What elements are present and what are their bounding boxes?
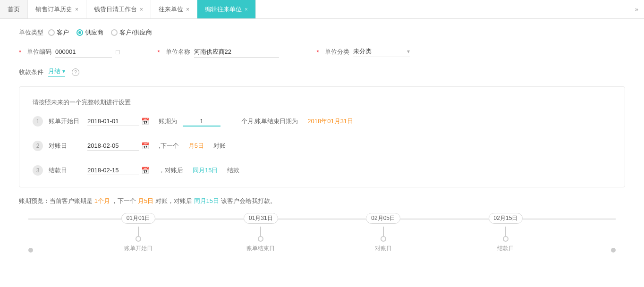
timeline-connector-3 xyxy=(383,227,384,236)
tab-bar: 首页 销售订单历史 × 钱货日清工作台 × 往来单位 × 编辑往来单位 × » xyxy=(0,0,644,19)
step-1-row: 1 账单开始日 📅 账期为 个月,账单结束日期为 2018年01月31日 xyxy=(33,116,611,127)
payment-terms-dropdown[interactable]: 月结 ▾ xyxy=(48,67,65,77)
timeline-connector-4 xyxy=(505,227,506,236)
panel-title: 请按照未来的一个完整帐期进行设置 xyxy=(33,98,611,107)
step-1-cal-icon[interactable]: 📅 xyxy=(141,118,149,125)
radio-both[interactable]: 客户/供应商 xyxy=(111,28,152,37)
timeline-row: 01月01日 账单开始日 01月31日 账单结束日 02月05日 对账日 xyxy=(28,213,616,253)
tab-sales-history-close[interactable]: × xyxy=(75,6,78,13)
unit-category-star: * xyxy=(317,49,319,56)
timeline-right-end xyxy=(611,248,616,253)
unit-category-group: * 单位分类 未分类 ▾ xyxy=(317,47,410,57)
tab-cash-desk-close[interactable]: × xyxy=(140,6,143,13)
step-3-desc-prefix: ，对账后 xyxy=(159,166,183,175)
radio-both-label: 客户/供应商 xyxy=(119,28,152,37)
unit-code-copy-icon[interactable]: □ xyxy=(116,48,119,56)
timeline-point-4: 02月15日 结款日 xyxy=(489,213,523,253)
timeline-dot-4 xyxy=(503,236,508,242)
unit-info-row: * 单位编码 □ * 单位名称 * 单位分类 未分类 ▾ xyxy=(19,46,625,58)
unit-category-value: 未分类 xyxy=(353,47,372,56)
tab-more-icon: » xyxy=(635,6,638,13)
step-1-date-wrap: 📅 xyxy=(87,117,149,126)
tab-edit-partner[interactable]: 编辑往来单位 × xyxy=(197,0,256,18)
tab-partner-unit[interactable]: 往来单位 × xyxy=(151,0,197,18)
unit-type-row: 单位类型 客户 供应商 客户/供应商 xyxy=(19,28,625,37)
step-2-row: 2 对账日 📅 ,下一个 月5日 对账 xyxy=(33,141,611,151)
timeline-label-3: 对账日 xyxy=(375,245,392,253)
unit-name-label: 单位名称 xyxy=(166,48,190,56)
tab-home[interactable]: 首页 xyxy=(0,0,28,18)
step-2-label: 对账日 xyxy=(49,142,82,150)
unit-name-group: * 单位名称 xyxy=(158,46,279,58)
timeline-point-2: 01月31日 账单结束日 xyxy=(244,213,278,253)
timeline-label-4: 结款日 xyxy=(497,245,514,253)
step-2-highlight-day: 月5日 xyxy=(188,142,204,150)
step-1-num: 1 xyxy=(33,116,43,127)
step-3-cal-icon[interactable]: 📅 xyxy=(141,167,149,174)
step-2-date-wrap: 📅 xyxy=(87,141,149,151)
tab-cash-desk[interactable]: 钱货日清工作台 × xyxy=(86,0,151,18)
tab-home-label: 首页 xyxy=(8,5,20,14)
unit-code-input[interactable] xyxy=(55,46,112,58)
timeline-date-4: 02月15日 xyxy=(489,213,523,224)
unit-category-select[interactable]: 未分类 ▾ xyxy=(353,47,410,57)
radio-group-unit-type: 客户 供应商 客户/供应商 xyxy=(48,28,152,37)
preview-section: 账期预览：当前客户账期是 1个月 ，下一个 月5日 对账，对账后 同月15日 该… xyxy=(19,197,625,205)
unit-code-star: * xyxy=(19,49,21,56)
tab-edit-partner-close[interactable]: × xyxy=(245,6,248,13)
preview-highlight1: 1个月 xyxy=(94,197,110,204)
step-2-desc-prefix: ,下一个 xyxy=(159,142,179,150)
unit-name-input[interactable] xyxy=(194,46,279,58)
timeline-date-3: 02月05日 xyxy=(366,213,400,224)
step-2-cal-icon[interactable]: 📅 xyxy=(141,142,149,150)
payment-terms-help[interactable]: ? xyxy=(72,68,79,76)
timeline-point-1: 01月01日 账单开始日 xyxy=(121,213,156,253)
step-3-date-input[interactable] xyxy=(87,166,139,175)
timeline-label-1: 账单开始日 xyxy=(124,245,153,253)
tab-partner-unit-close[interactable]: × xyxy=(186,6,189,13)
timeline-connector-1 xyxy=(138,227,139,236)
timeline-dot-2 xyxy=(258,236,263,242)
step-2-date-input[interactable] xyxy=(87,141,139,151)
timeline-dot-3 xyxy=(381,236,386,242)
preview-mid1: ，下一个 xyxy=(111,197,136,204)
radio-both-circle xyxy=(111,29,118,36)
payment-terms-row: 收款条件 月结 ▾ ? xyxy=(19,67,625,77)
payment-terms-label: 收款条件 xyxy=(19,68,43,76)
unit-category-chevron: ▾ xyxy=(407,48,410,55)
radio-customer[interactable]: 客户 xyxy=(48,28,69,37)
payment-terms-chevron: ▾ xyxy=(62,68,65,75)
tab-partner-unit-label: 往来单位 xyxy=(159,5,183,14)
unit-name-star: * xyxy=(158,49,160,56)
settings-panel: 请按照未来的一个完整帐期进行设置 1 账单开始日 📅 账期为 个月,账单结束日期… xyxy=(19,86,625,187)
step-1-label: 账单开始日 xyxy=(49,117,82,126)
tab-sales-history[interactable]: 销售订单历史 × xyxy=(28,0,86,18)
step-1-desc-suffix: 个月,账单结束日期为 xyxy=(241,117,298,126)
tab-cash-desk-label: 钱货日清工作台 xyxy=(94,5,137,14)
timeline-left-end xyxy=(28,248,33,253)
tab-more-button[interactable]: » xyxy=(629,0,644,18)
step-1-desc-suffix-prefix xyxy=(230,118,232,125)
timeline-dot-1 xyxy=(136,236,141,242)
preview-mid2: 对账，对账后 xyxy=(155,197,192,204)
radio-supplier-label: 供应商 xyxy=(85,28,103,37)
preview-highlight3: 同月15日 xyxy=(194,197,219,204)
timeline-left-dot xyxy=(28,248,33,253)
timeline-container: 01月01日 账单开始日 01月31日 账单结束日 02月05日 对账日 xyxy=(19,213,625,253)
step-3-row: 3 结款日 📅 ，对账后 同月15日 结款 xyxy=(33,165,611,176)
unit-category-label: 单位分类 xyxy=(325,48,349,56)
radio-supplier[interactable]: 供应商 xyxy=(76,28,103,37)
tab-sales-history-label: 销售订单历史 xyxy=(35,5,72,14)
unit-type-label: 单位类型 xyxy=(19,28,43,37)
timeline-label-2: 账单结束日 xyxy=(246,245,275,253)
step-1-desc-prefix: 账期为 xyxy=(159,117,177,126)
preview-highlight2: 月5日 xyxy=(138,197,153,204)
tab-edit-partner-label: 编辑往来单位 xyxy=(205,5,242,14)
step-3-desc-suffix: 结款 xyxy=(227,166,239,175)
main-content: 单位类型 客户 供应商 客户/供应商 * 单位编码 □ xyxy=(0,19,644,287)
step-1-date-input[interactable] xyxy=(87,117,139,126)
step-3-date-wrap: 📅 xyxy=(87,166,149,175)
step-1-highlight-date: 2018年01月31日 xyxy=(307,117,353,126)
step-1-period-input[interactable] xyxy=(183,117,220,127)
radio-supplier-circle xyxy=(76,29,83,36)
